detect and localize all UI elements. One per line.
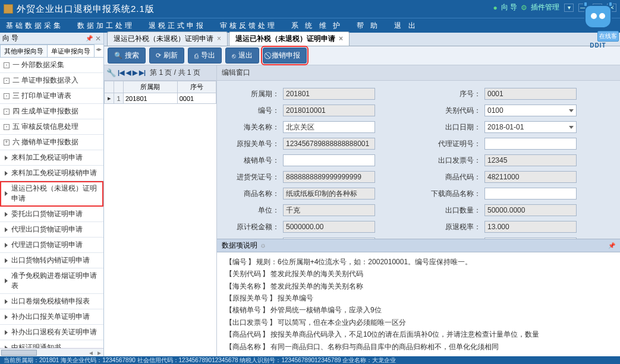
left-tab-other[interactable]: 其他申报向导 — [0, 45, 48, 57]
refresh-button[interactable]: ⟳刷新 — [149, 48, 184, 64]
nav-group[interactable]: -一 外部数据采集 — [0, 58, 103, 73]
menu-item[interactable]: 基础数据采集 — [6, 21, 63, 31]
menu-item[interactable]: 帮 助 — [357, 21, 380, 31]
menu-item[interactable]: 审核反馈处理 — [220, 21, 277, 31]
tab-close-icon[interactable]: × — [339, 34, 343, 43]
nav-item[interactable]: 退运已补税（未退税）证明申请 — [0, 181, 103, 207]
nav-item[interactable]: 出口卷烟免税核销申报表 — [0, 294, 103, 309]
plugin-manage-link[interactable]: 插件管理 — [531, 2, 559, 12]
nav-item[interactable]: 委托出口货物证明申请 — [0, 207, 103, 222]
nav-item[interactable]: 中标证明通知书 — [0, 340, 103, 348]
field-input[interactable]: 48211000 — [484, 171, 577, 183]
cancel-declare-button[interactable]: ⃠撤销申报 — [263, 48, 307, 64]
table-row[interactable]: ▸ 1 201801 0001 — [105, 93, 216, 104]
nav-item[interactable]: 补办出口报关单证明申请 — [0, 309, 103, 325]
menu-item[interactable]: 数据加工处理 — [77, 21, 134, 31]
menu-item[interactable]: 系 统 维 护 — [291, 21, 342, 31]
field-label: 核销单号： — [221, 156, 283, 166]
nav-group[interactable]: -五 审核反馈信息处理 — [0, 119, 103, 135]
nav-group[interactable]: +六 撤销单证申报数据 — [0, 135, 103, 150]
nav-item[interactable]: 来料加工免税证明核销申请 — [0, 166, 103, 181]
help-row: 【出口发票号】可以简写，但在本企业内必须能唯一区分 — [225, 316, 612, 328]
nav-group[interactable]: -四 生成单证申报数据 — [0, 104, 103, 119]
tab-close-icon[interactable]: × — [217, 34, 221, 43]
field-input[interactable]: 5000000.00 — [283, 221, 375, 233]
pager-last-icon[interactable]: ▶| — [139, 69, 146, 77]
field-input[interactable] — [484, 188, 577, 200]
field-label: 原计税金额： — [221, 222, 283, 232]
tab-scroll-icon[interactable]: ◂▸ — [94, 45, 103, 57]
field-input[interactable]: 纸或纸板印制的各种标 — [283, 188, 375, 200]
triangle-icon — [5, 243, 8, 248]
field-input[interactable] — [484, 138, 577, 150]
field-input[interactable] — [283, 154, 375, 166]
online-service-badge[interactable]: 在线客 — [597, 31, 619, 42]
expand-icon[interactable]: - — [4, 62, 10, 68]
col-seq[interactable]: 序号 — [177, 81, 216, 93]
search-button[interactable]: 🔍搜索 — [108, 48, 146, 64]
triangle-icon — [5, 258, 8, 263]
nav-group[interactable]: -三 打印单证申请表 — [0, 88, 103, 104]
field-input[interactable]: 13.000 — [484, 221, 577, 233]
nav-item[interactable]: 代理进口货物证明申请 — [0, 238, 103, 253]
result-grid: 所属期 序号 ▸ 1 201801 0001 — [104, 81, 217, 356]
field-label: 出口日期： — [422, 122, 484, 132]
triangle-icon — [5, 278, 8, 283]
menu-item[interactable]: 退税正式申报 — [149, 21, 206, 31]
wizard-link[interactable]: 向 导 — [501, 2, 517, 12]
field-input[interactable]: 0001 — [484, 88, 577, 100]
field-input[interactable]: 2018-01-01 — [484, 121, 577, 133]
main-area: 退运已补税（未退税）证明申请×退运已补税（未退税）证明申请× 🔍搜索 ⟳刷新 ⎙… — [104, 33, 620, 356]
nav-item[interactable]: 准予免税购进卷烟证明申请表 — [0, 268, 103, 294]
pager-next-icon[interactable]: ▶ — [133, 69, 137, 77]
form-area: 所属期：201801序号：0001编号：2018010001关别代码：0100海… — [217, 81, 620, 239]
close-panel-icon[interactable]: ✕ — [95, 34, 101, 43]
menu-item[interactable]: 退 出 — [394, 21, 417, 31]
nav-item[interactable]: 补办出口退税有关证明申请 — [0, 325, 103, 340]
nav-scrollbar[interactable]: ◂▸ — [0, 348, 103, 356]
export-button[interactable]: ⎙导出 — [188, 48, 222, 64]
field-input[interactable]: 2018010001 — [283, 105, 375, 116]
expand-icon[interactable]: - — [4, 93, 10, 99]
wrench-icon[interactable]: 🔧 — [106, 68, 116, 77]
help-pin-icon[interactable]: 📌 — [608, 242, 615, 249]
expand-icon[interactable]: + — [4, 140, 10, 145]
nav-item[interactable]: 出口货物转内销证明申请 — [0, 253, 103, 268]
nav-item[interactable]: 代理出口货物证明申请 — [0, 222, 103, 238]
exit-button[interactable]: ⎋退出 — [225, 48, 259, 64]
triangle-icon — [5, 171, 8, 176]
nav-group[interactable]: -二 单证申报数据录入 — [0, 73, 103, 88]
field-input[interactable]: 50000.0000 — [484, 204, 577, 216]
field-input[interactable]: 0100 — [484, 105, 577, 116]
field-input[interactable]: 12345 — [484, 154, 577, 166]
document-tab[interactable]: 退运已补税（未退税）证明申请× — [107, 31, 228, 46]
triangle-icon — [5, 156, 8, 160]
nav-item[interactable]: 来料加工免税证明申请 — [0, 150, 103, 166]
expand-icon[interactable]: - — [4, 109, 10, 115]
mascot[interactable]: 在线客 DDIT — [577, 5, 619, 46]
pager-first-icon[interactable]: |◀ — [118, 69, 124, 77]
field-label: 序号： — [422, 89, 484, 99]
col-period[interactable]: 所属期 — [124, 81, 178, 93]
field-label: 关别代码： — [422, 106, 484, 116]
pager-prev-icon[interactable]: ◀ — [126, 69, 131, 77]
field-input[interactable]: 201801 — [283, 88, 375, 100]
left-tab-danzheng[interactable]: 单证申报向导 — [47, 45, 95, 57]
triangle-icon — [5, 315, 8, 319]
left-panel: 向 导 📌 ✕ 其他申报向导 单证申报向导 ◂▸ -一 外部数据采集-二 单证申… — [0, 33, 104, 356]
field-input[interactable]: 北京关区 — [283, 121, 375, 133]
expand-icon[interactable]: - — [4, 78, 10, 84]
field-label: 原退税率： — [422, 222, 484, 232]
triangle-icon — [5, 330, 8, 335]
field-label: 商品代码： — [422, 172, 484, 182]
document-tab[interactable]: 退运已补税（未退税）证明申请× — [229, 31, 350, 46]
field-input[interactable]: 123456789888888888001 — [283, 138, 375, 150]
help-collapse-icon[interactable]: ☼ — [260, 241, 266, 249]
pin-icon[interactable]: 📌 — [86, 35, 93, 42]
field-label: 原报关单号： — [221, 139, 283, 149]
field-label: 下载商品名称： — [422, 189, 484, 199]
chevron-down-icon[interactable]: ▾ — [564, 4, 574, 12]
field-input[interactable]: 8888888889999999999 — [283, 171, 375, 183]
field-input[interactable]: 千克 — [283, 204, 375, 216]
expand-icon[interactable]: - — [4, 124, 10, 130]
